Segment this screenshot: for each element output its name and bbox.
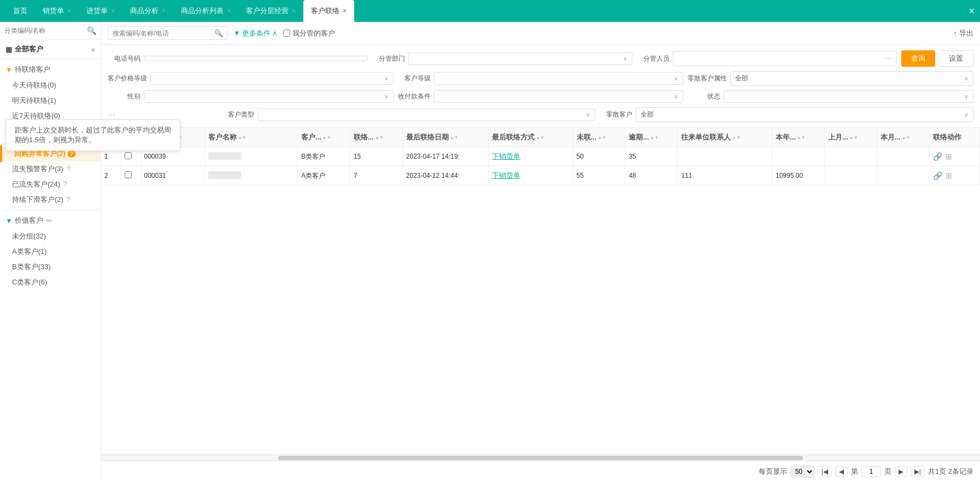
row1-grid-icon[interactable]: ⊞ (946, 152, 952, 161)
sidebar-collapse-icon[interactable]: « (91, 45, 95, 54)
row1-checkbox[interactable] (125, 152, 132, 159)
nav-tab-customer-contact-close[interactable]: × (343, 7, 347, 15)
row1-this-year (772, 147, 825, 166)
filter-retail-cust-input[interactable]: 全部 ∨ (636, 107, 973, 122)
col-contact-count-sort[interactable]: 联络... ▲▼ (354, 132, 384, 142)
nav-tab-sales-close[interactable]: × (67, 7, 71, 15)
col-level: 客户... ▲▼ (297, 128, 350, 147)
sidebar-item-churn-warning[interactable]: 流失预警客户(3) ? (0, 161, 101, 177)
filter-status-input[interactable]: ∨ (724, 90, 973, 103)
sidebar-search-icon[interactable]: 🔍 (87, 26, 96, 35)
nav-tab-customer-tier[interactable]: 客户分层经营 × (238, 0, 303, 22)
filter-gender-input[interactable]: ∨ (144, 90, 394, 103)
col-overdue-sort-icon: ▲▼ (650, 135, 659, 140)
filter-buttons: 查询 设置 (901, 50, 973, 67)
sidebar-item-tomorrow[interactable]: 明天待联络(1) (0, 93, 101, 108)
filter-payment-input[interactable]: ∨ (434, 90, 684, 103)
page-prefix-label: 第 (851, 467, 858, 477)
sidebar-item-churned[interactable]: 已流失客户(24) ? (0, 177, 101, 192)
filter-mgr-dots[interactable]: ··· (885, 54, 892, 63)
filter-search-box[interactable]: 🔍 (108, 26, 228, 40)
filter-cust-type-input[interactable]: ∨ (257, 108, 595, 121)
sidebar-item-a-class[interactable]: A类客户(1) (0, 244, 101, 259)
row1-link-icon[interactable]: 🔗 (933, 152, 942, 161)
col-not-contacted-sort[interactable]: 未联... ▲▼ (577, 132, 607, 142)
row2-level: A类客户 (297, 166, 350, 185)
col-this-month-label: 本月... (881, 132, 901, 142)
filter-cust-level-input[interactable]: ∨ (434, 72, 684, 85)
filter-dept-input[interactable]: ∨ (408, 53, 632, 65)
sidebar-value-group[interactable]: ▼ 价值客户 ✏ (0, 212, 101, 229)
sidebar-item-7days-label: 近7天待联络(0) (12, 112, 60, 120)
row2-last-method-link[interactable]: 下销货单 (492, 171, 520, 179)
sidebar-pending-group[interactable]: ▼ 待联络客户 (0, 61, 101, 78)
col-this-month-sort-icon: ▲▼ (902, 135, 911, 140)
sidebar-item-declining-label: 持续下滑客户(2) (12, 195, 63, 204)
col-last-month-sort[interactable]: 上月... ▲▼ (828, 132, 858, 142)
my-customers-checkbox[interactable] (283, 30, 290, 37)
my-customers-checkbox-wrapper[interactable]: 我分管的客户 (283, 28, 335, 38)
filter-more-conditions[interactable]: ▼ 更多条件 ∧ (233, 28, 278, 38)
set-button[interactable]: 设置 (938, 50, 973, 67)
nav-tab-sales[interactable]: 销货单 × (35, 0, 79, 22)
row2-last-date: 2023-04-12 14:44: (402, 166, 488, 185)
nav-tab-analysis[interactable]: 商品分析 × (122, 0, 173, 22)
col-level-sort[interactable]: 客户... ▲▼ (301, 132, 331, 142)
horizontal-scrollbar[interactable] (101, 454, 980, 461)
filter-search-input[interactable] (113, 30, 214, 37)
filter-price-level-input[interactable]: ∨ (150, 72, 394, 85)
col-level-sort-icon: ▲▼ (322, 135, 331, 140)
nav-tab-purchase-close[interactable]: × (111, 7, 115, 15)
col-name-sort[interactable]: 客户名称 ▲▼ (208, 132, 247, 142)
nav-tab-purchase[interactable]: 进货单 × (79, 0, 122, 22)
col-this-year-sort[interactable]: 本年... ▲▼ (776, 132, 806, 142)
nav-tab-home[interactable]: 首页 (5, 0, 35, 22)
filter-mgr-label: 分管人员 (637, 54, 670, 63)
row1-last-method-link[interactable]: 下销货单 (492, 152, 520, 160)
sidebar-all-customers-header[interactable]: ▦ 全部客户 « (0, 40, 101, 59)
filter-mgr-input[interactable]: ··· (673, 51, 897, 66)
window-close-button[interactable]: × (969, 5, 975, 17)
col-last-method-sort[interactable]: 最后联络方式 ▲▼ (492, 132, 544, 142)
first-page-button[interactable]: |◀ (818, 466, 832, 477)
col-last-date-sort[interactable]: 最后联络日期 ▲▼ (406, 132, 459, 142)
next-page-button[interactable]: ▶ (895, 466, 907, 477)
row2-check (121, 166, 140, 185)
nav-tabs-wrapper: 首页 销货单 × 进货单 × 商品分析 × 商品分析列表 × 客户分层经营 × … (5, 0, 975, 22)
sidebar-item-churned-label: 已流失客户(24) (12, 180, 60, 188)
sidebar-item-unclassified[interactable]: 未分组(32) (0, 229, 101, 244)
sidebar-search-input[interactable] (4, 27, 87, 34)
filter-phone-input[interactable] (144, 56, 368, 61)
filter-status-chevron: ∨ (964, 93, 969, 100)
nav-tab-customer-contact[interactable]: 客户联络 × (303, 0, 354, 22)
col-this-month-sort[interactable]: 本月... ▲▼ (881, 132, 911, 142)
value-edit-icon[interactable]: ✏ (46, 217, 52, 225)
nav-tab-customer-tier-close[interactable]: × (292, 7, 296, 15)
sidebar-item-b-class[interactable]: B类客户(33) (0, 259, 101, 275)
more-dots-indicator[interactable]: ··· (108, 110, 115, 120)
col-overdue-sort[interactable]: 逾期... ▲▼ (629, 132, 659, 142)
per-page-select[interactable]: 50 (790, 466, 814, 478)
nav-tab-analysis-list[interactable]: 商品分析列表 × (173, 0, 238, 22)
sidebar-item-declining[interactable]: 持续下滑客户(2) ? (0, 192, 101, 207)
filter-retail-attr-input[interactable]: 全部 ∨ (730, 71, 973, 86)
current-page-input[interactable] (861, 466, 881, 477)
prev-page-button[interactable]: ◀ (835, 466, 848, 477)
nav-tab-analysis-close[interactable]: × (162, 7, 166, 15)
filter-gender: 性别 ∨ (108, 90, 394, 103)
nav-tab-analysis-list-close[interactable]: × (227, 7, 231, 15)
query-button[interactable]: 查询 (901, 50, 935, 67)
row2-grid-icon[interactable]: ⊞ (946, 171, 952, 180)
col-unit-contact-sort[interactable]: 往来单位联系人 ▲▼ (681, 132, 741, 142)
sidebar-item-today[interactable]: 今天待联络(0) (0, 78, 101, 93)
row1-level: B类客户 (297, 147, 350, 166)
export-button[interactable]: ↑ 导出 (954, 28, 974, 38)
sidebar-search-bar[interactable]: 🔍 (0, 22, 101, 40)
filter-retail-cust-chevron: ∨ (964, 111, 969, 118)
filter-search-icon[interactable]: 🔍 (214, 29, 223, 37)
row2-checkbox[interactable] (125, 171, 132, 178)
row2-link-icon[interactable]: 🔗 (933, 171, 942, 180)
sidebar-item-tomorrow-label: 明天待联络(1) (12, 96, 56, 104)
sidebar-item-c-class[interactable]: C类客户(6) (0, 275, 101, 290)
last-page-button[interactable]: ▶| (911, 466, 925, 477)
